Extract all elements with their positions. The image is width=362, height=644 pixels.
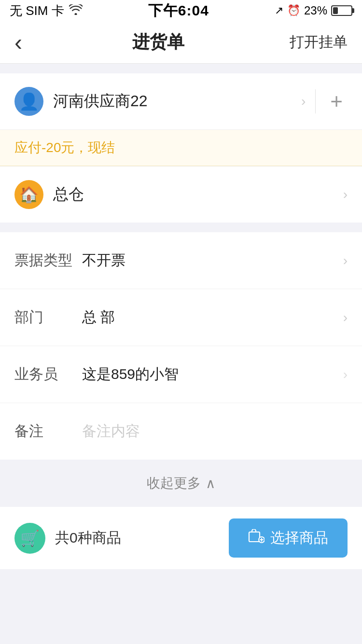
remark-label: 备注 [14,421,82,441]
remark-row[interactable]: 备注 备注内容 [0,403,362,460]
collapse-label: 收起更多 [147,474,201,492]
page-title: 进货单 [132,30,184,54]
collapse-icon: ∧ [206,476,216,491]
row-divider [315,89,316,113]
remark-input[interactable]: 备注内容 [82,421,348,441]
status-time: 下午6:04 [148,1,209,21]
collapse-row[interactable]: 收起更多 ∧ [0,461,362,506]
carrier-label: 无 SIM 卡 [10,2,64,19]
supplier-name: 河南供应商22 [53,91,301,112]
status-right: ↗ ⏰ 23% [275,4,352,17]
notice-bar: 应付-20元，现结 [0,130,362,166]
warehouse-chevron-icon: › [343,187,348,202]
supplier-chevron-icon: › [301,94,306,109]
location-icon: ↗ [275,4,283,17]
notice-text: 应付-20元，现结 [14,140,115,155]
salesperson-label: 业务员 [14,364,82,384]
product-icon-wrap: 🛒 [14,523,45,554]
warehouse-row[interactable]: 🏠 总仓 › [0,166,362,223]
warehouse-icon-wrap: 🏠 [14,180,43,209]
select-product-button[interactable]: 选择商品 [229,518,348,558]
avatar-icon: 👤 [19,92,39,111]
select-product-label: 选择商品 [270,528,328,548]
product-count-label: 共0种商品 [55,528,229,548]
alarm-icon: ⏰ [287,4,300,17]
salesperson-value: 这是859的小智 [82,364,343,384]
product-icon: 🛒 [20,529,40,547]
bottom-bar: 🛒 共0种商品 选择商品 [0,507,362,569]
page-background [0,569,362,644]
department-row[interactable]: 部门 总 部 › [0,289,362,346]
status-left: 无 SIM 卡 [10,2,83,19]
supplier-section: 👤 河南供应商22 › + 应付-20元，现结 🏠 总仓 › [0,73,362,223]
nav-bar: ‹ 进货单 打开挂单 [0,21,362,64]
department-chevron-icon: › [343,310,348,325]
form-section: 票据类型 不开票 › 部门 总 部 › 业务员 这是859的小智 › 备注 备注… [0,232,362,460]
battery-pct-label: 23% [304,4,327,17]
department-label: 部门 [14,308,82,327]
invoice-type-value: 不开票 [82,251,343,270]
status-bar: 无 SIM 卡 下午6:04 ↗ ⏰ 23% [0,0,362,21]
open-pending-button[interactable]: 打开挂单 [290,32,348,52]
select-product-icon [248,529,265,547]
section-divider-1 [0,64,362,73]
back-button[interactable]: ‹ [10,24,27,60]
add-button[interactable]: + [325,89,348,113]
invoice-type-row[interactable]: 票据类型 不开票 › [0,232,362,289]
warehouse-icon: 🏠 [19,185,39,204]
invoice-type-label: 票据类型 [14,251,82,270]
department-value: 总 部 [82,308,343,327]
warehouse-name: 总仓 [53,184,343,205]
invoice-type-chevron-icon: › [343,253,348,268]
salesperson-chevron-icon: › [343,367,348,382]
supplier-row[interactable]: 👤 河南供应商22 › + [0,73,362,130]
supplier-avatar: 👤 [14,87,43,116]
salesperson-row[interactable]: 业务员 这是859的小智 › [0,346,362,403]
svg-rect-0 [249,532,260,542]
battery-icon [331,5,352,16]
wifi-icon [69,3,83,18]
